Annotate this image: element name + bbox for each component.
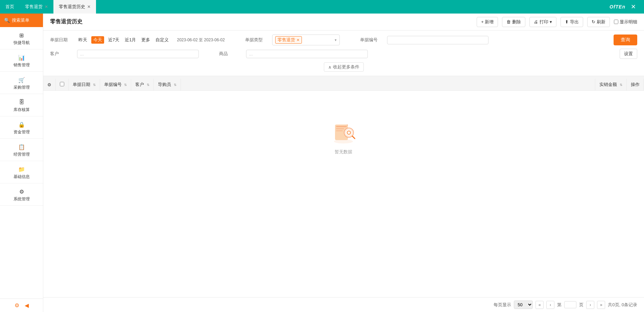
svg-rect-4 [336,130,343,131]
new-button[interactable]: + 新增 [477,17,498,27]
customer-filter-label: 客户 [50,51,70,57]
tab-retail-return-history[interactable]: 零售退货历史 ✕ [53,0,96,14]
quick-nav-icon: ⊞ [18,32,25,39]
id-filter-input[interactable] [387,36,488,44]
top-bar-right: OfTEn ✕ [610,3,644,10]
filter-row-1: 单据日期 昨天 今天 近7天 近1月 更多 自定义 2023-06-02 至 2… [50,35,637,45]
display-detail-checkbox[interactable] [614,20,618,24]
basic-info-icon: 📁 [18,166,25,173]
type-tag-close[interactable]: ✕ [296,38,300,42]
sidebar-item-operations-label: 经营管理 [14,152,30,157]
sidebar-item-purchase-mgmt-label: 采购管理 [14,85,30,90]
query-button[interactable]: 查询 [614,35,637,45]
sidebar-item-operations[interactable]: 📋 经营管理 [0,139,43,161]
settings-button[interactable]: 设置 [620,49,637,59]
collapse-label: 收起更多条件 [333,64,359,70]
sidebar-item-quick-nav[interactable]: ⊞ 快捷导航 [0,27,43,49]
next-page-button[interactable]: › [586,301,594,309]
goods-select[interactable]: ... [246,50,368,58]
goods-filter-label: 商品 [219,51,239,57]
th-amount-label: 实销金额 [599,82,617,87]
th-date-label: 单据日期 [73,82,90,87]
tab-retail-return-close[interactable]: ✕ [45,4,48,9]
table-header-row: ⚙ 单据日期 ⇅ 单据编号 ⇅ 客户 [43,79,644,91]
page-input[interactable]: 1 [564,301,576,308]
tab-home[interactable]: 首页 [0,0,20,14]
sidebar: 🔍 搜索菜单 ⊞ 快捷导航 📊 销售管理 🛒 采购管理 🗄 库存核算 🔒 [0,14,43,312]
sidebar-item-sales-mgmt-label: 销售管理 [14,62,30,68]
th-number[interactable]: 单据编号 ⇅ [100,79,131,91]
empty-cell: 暂无数据 [43,91,644,182]
svg-rect-2 [336,126,347,127]
date-opt-today[interactable]: 今天 [91,36,104,44]
tab-retail-return[interactable]: 零售退货 ✕ [20,0,53,14]
main-layout: 🔍 搜索菜单 ⊞ 快捷导航 📊 销售管理 🛒 采购管理 🗄 库存核算 🔒 [0,14,644,312]
sidebar-search[interactable]: 🔍 搜索菜单 [0,14,43,27]
sidebar-item-inventory[interactable]: 🗄 库存核算 [0,94,43,116]
data-table: ⚙ 单据日期 ⇅ 单据编号 ⇅ 客户 [43,79,644,182]
empty-text: 暂无数据 [335,149,352,155]
sidebar-item-finance[interactable]: 🔒 资金管理 [0,116,43,139]
date-range-text: 2023-06-02 至 2023-06-02 [177,37,224,43]
date-opt-7days[interactable]: 近7天 [107,36,121,44]
th-date[interactable]: 单据日期 ⇅ [69,79,100,91]
collapse-sidebar-icon[interactable]: ◀ [25,302,29,309]
collapse-icon: ∧ [328,65,332,70]
window-close-button[interactable]: ✕ [628,3,639,10]
svg-line-9 [352,136,355,138]
sales-mgmt-icon: 📊 [18,54,25,61]
th-guide-label: 导购员 [158,82,171,87]
type-select[interactable]: 零售退货 ✕ ▾ [272,35,340,45]
per-page-label: 每页显示 [494,302,511,308]
svg-point-6 [345,129,352,136]
first-page-button[interactable]: « [535,301,544,309]
per-page-select[interactable]: 50 10 20 100 [514,300,533,309]
customer-select[interactable]: ... [77,50,199,58]
th-checkbox [56,79,69,91]
svg-rect-3 [336,128,344,129]
date-opt-more[interactable]: 更多 [140,36,151,44]
th-customer[interactable]: 客户 ⇅ [131,79,154,91]
delete-button[interactable]: 🗑 删除 [502,17,525,27]
type-select-chevron: ▾ [335,38,337,42]
system-mgmt-icon: ⚙ [18,188,25,195]
th-amount[interactable]: 实销金额 ⇅ [595,79,627,91]
sort-amount-icon: ⇅ [620,83,622,87]
export-button[interactable]: ⬆ 导出 [560,17,583,27]
page-title: 零售退货历史 [50,18,82,25]
sort-date-icon: ⇅ [93,83,96,87]
pagination-bar: 每页显示 50 10 20 100 « ‹ 第 1 页 › » 共0页, 0条记… [43,297,644,312]
sort-customer-icon: ⇅ [147,83,149,87]
content-area: 零售退货历史 + 新增 🗑 删除 🖨 打印 ▾ ⬆ 导出 ↻ 刷新 [43,14,644,312]
page-label: 第 [557,302,562,308]
customer-placeholder: ... [80,51,84,57]
date-opt-custom[interactable]: 自定义 [154,36,170,44]
th-settings[interactable]: ⚙ [43,79,56,91]
tab-retail-return-history-label: 零售退货历史 [59,4,85,10]
last-page-button[interactable]: » [597,301,605,309]
export-icon: ⬆ [565,19,569,24]
sidebar-item-basic-info[interactable]: 📁 基础信息 [0,161,43,183]
print-button[interactable]: 🖨 打印 ▾ [529,17,556,27]
empty-icon [330,118,357,145]
date-opt-1month[interactable]: 近1月 [123,36,137,44]
refresh-button[interactable]: ↻ 刷新 [587,17,610,27]
settings-bottom-icon[interactable]: ⚙ [15,302,19,309]
refresh-icon: ↻ [592,19,595,24]
prev-page-button[interactable]: ‹ [546,301,554,309]
sidebar-item-purchase-mgmt[interactable]: 🛒 采购管理 [0,72,43,94]
filter-area: 单据日期 昨天 今天 近7天 近1月 更多 自定义 2023-06-02 至 2… [43,30,644,76]
select-all-checkbox[interactable] [60,82,64,86]
sidebar-item-system-mgmt[interactable]: ⚙ 系统管理 [0,183,43,206]
operations-icon: 📋 [18,143,25,150]
th-customer-label: 客户 [135,82,144,87]
empty-row: 暂无数据 [43,91,644,182]
sidebar-item-sales-mgmt[interactable]: 📊 销售管理 [0,49,43,72]
tab-retail-return-history-close[interactable]: ✕ [87,4,91,9]
sidebar-search-label: 搜索菜单 [12,17,29,23]
collapse-button[interactable]: ∧ 收起更多条件 [324,62,364,72]
date-opt-yesterday[interactable]: 昨天 [77,36,89,44]
th-guide[interactable]: 导购员 ⇅ [153,79,181,91]
purchase-mgmt-icon: 🛒 [18,76,25,83]
finance-icon: 🔒 [18,121,25,128]
